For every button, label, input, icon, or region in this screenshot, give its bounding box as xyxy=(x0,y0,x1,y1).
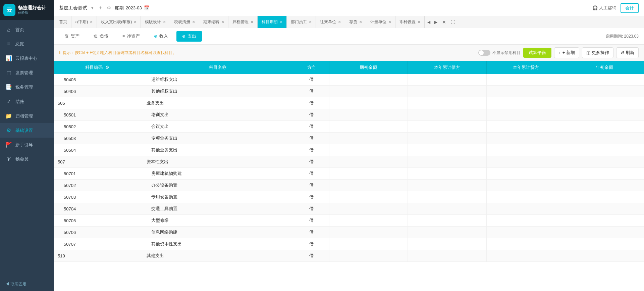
liability-icon: 负 xyxy=(94,34,98,39)
workspace-settings-icon[interactable]: ⚙ xyxy=(107,5,111,10)
table-row[interactable]: 510 其他支出 借 xyxy=(54,250,644,262)
tab-close-icon[interactable]: ✕ xyxy=(251,20,253,24)
subtab-liability[interactable]: 负 负债 xyxy=(88,31,114,42)
cell-ytd-credit xyxy=(486,86,565,97)
user-role-button[interactable]: 会计 xyxy=(621,3,639,13)
tabs-next-button[interactable]: ▶ xyxy=(433,19,439,25)
add-workspace-button[interactable]: ＋ xyxy=(98,4,103,11)
logo-icon: 云 xyxy=(3,4,15,16)
tabs-close-all-button[interactable]: ✕ xyxy=(440,19,448,26)
tab-close-icon[interactable]: ✕ xyxy=(338,20,341,24)
headset-icon: 🎧 xyxy=(592,5,598,10)
cell-direction: 借 xyxy=(294,168,329,180)
sidebar-item-archive[interactable]: 📁 归档管理 xyxy=(0,109,54,123)
cell-year-opening xyxy=(565,121,644,133)
subtab-expenditure[interactable]: ⊕ 支出 xyxy=(176,31,202,42)
cell-ytd-debit xyxy=(408,97,487,109)
table-row[interactable]: 507 资本性支出 借 xyxy=(54,156,644,168)
trial-balance-button[interactable]: 试算平衡 xyxy=(523,48,551,58)
tab-unit[interactable]: 往来单位 ✕ xyxy=(316,16,345,28)
table-row[interactable]: 50406 其他维权支出 借 xyxy=(54,86,644,97)
tab-period-end[interactable]: 期末结转 ✕ xyxy=(199,16,228,28)
tab-income[interactable]: 收入支出表(年报) ✕ xyxy=(97,16,141,28)
tabs-prev-button[interactable]: ◀ xyxy=(426,19,432,25)
cell-ytd-debit xyxy=(408,156,487,168)
sidebar: 云 畅捷通好会计 体验版 ⌂ 首页 ≡ 总账 📊 云报表中心 ◫ 发票管理 📑 … xyxy=(0,0,54,291)
tab-inventory[interactable]: 存货 ✕ xyxy=(345,16,366,28)
table-row[interactable]: 50704 交通工具购置 借 xyxy=(54,203,644,215)
tab-dept[interactable]: 部门员工 ✕ xyxy=(287,16,316,28)
tab-currency[interactable]: 币种设置 ✕ xyxy=(395,16,425,28)
sidebar-item-guide[interactable]: 🚩 新手引导 xyxy=(0,138,54,152)
tab-template[interactable]: 模版设计 ✕ xyxy=(141,16,170,28)
tab-close-icon[interactable]: ✕ xyxy=(134,20,137,24)
sidebar-item-tax[interactable]: 📑 税务管理 xyxy=(0,80,54,94)
cell-ytd-debit xyxy=(408,227,487,238)
subtab-asset[interactable]: 资 资产 xyxy=(59,31,85,42)
sidebar-item-invoice[interactable]: ◫ 发票管理 xyxy=(0,65,54,80)
tab-subject-init[interactable]: 科目期初 ✕ xyxy=(258,16,287,28)
tab-archive[interactable]: 归档管理 ✕ xyxy=(228,16,258,28)
subtab-net-asset[interactable]: ≡ 净资产 xyxy=(117,31,146,42)
refresh-button[interactable]: ↺ 刷新 xyxy=(616,47,639,58)
tab-close-icon[interactable]: ✕ xyxy=(388,20,391,24)
sidebar-item-settings[interactable]: ⚙ 基础设置 xyxy=(0,123,54,138)
sidebar-item-report[interactable]: 📊 云报表中心 xyxy=(0,51,54,65)
table-row[interactable]: 50502 会议支出 借 xyxy=(54,121,644,133)
archive-icon: 📁 xyxy=(5,113,12,119)
sidebar-item-ledger[interactable]: ≡ 总账 xyxy=(0,37,54,51)
cell-opening-balance xyxy=(329,180,408,191)
tab-close-icon[interactable]: ✕ xyxy=(163,20,166,24)
table-row[interactable]: 50706 信息网络购建 借 xyxy=(54,227,644,238)
table-row[interactable]: 50705 大型修缮 借 xyxy=(54,215,644,227)
sidebar-item-member[interactable]: V 畅会员 xyxy=(0,152,54,166)
table-row[interactable]: 505 业务支出 借 xyxy=(54,97,644,109)
tab-close-icon[interactable]: ✕ xyxy=(418,20,420,24)
cell-code: 50706 xyxy=(54,227,141,238)
title-dropdown-icon[interactable]: ▾ xyxy=(91,5,94,10)
cell-opening-balance xyxy=(329,227,408,238)
tab-home[interactable]: 首页 xyxy=(55,16,71,28)
tab-close-icon[interactable]: ✕ xyxy=(192,20,195,24)
subtabs-bar: 资 资产 负 负债 ≡ 净资产 ⊕ 收入 ⊕ 支出 启用期间: 2023.03 xyxy=(54,28,644,45)
cell-opening-balance xyxy=(329,238,408,250)
table-row[interactable]: 50701 房屋建筑物购建 借 xyxy=(54,168,644,180)
column-settings-icon[interactable]: ⚙ xyxy=(105,65,109,70)
cell-direction: 借 xyxy=(294,238,329,250)
tabs-expand-button[interactable]: ⛶ xyxy=(449,19,456,25)
cell-code: 50405 xyxy=(54,74,141,86)
toolbar-right: 不显示禁用科目 试算平衡 + + 新增 ◫ 更多操作 ↺ 刷新 xyxy=(478,47,639,58)
sidebar-pin-toggle[interactable]: ◀ 取消固定 xyxy=(0,277,54,291)
tab-close-icon[interactable]: ✕ xyxy=(309,20,312,24)
tab-unit-measure[interactable]: 计量单位 ✕ xyxy=(366,16,395,28)
table-row[interactable]: 50405 运维维权支出 借 xyxy=(54,74,644,86)
table-row[interactable]: 50707 其他资本性支出 借 xyxy=(54,238,644,250)
tab-tax[interactable]: 税表清册 ✕ xyxy=(170,16,199,28)
toggle-track[interactable] xyxy=(478,50,490,56)
tab-interim[interactable]: ε(中期) ✕ xyxy=(71,16,97,28)
add-button[interactable]: + + 新增 xyxy=(554,47,579,58)
tab-close-icon[interactable]: ✕ xyxy=(90,20,93,24)
cell-ytd-credit xyxy=(486,250,565,262)
table-row[interactable]: 50501 培训支出 借 xyxy=(54,109,644,121)
sidebar-item-home[interactable]: ⌂ 首页 xyxy=(0,23,54,37)
cell-opening-balance xyxy=(329,86,408,97)
table-row[interactable]: 50702 办公设备购置 借 xyxy=(54,180,644,191)
help-button[interactable]: 🎧 人工咨询 xyxy=(592,5,616,11)
tab-close-icon[interactable]: ✕ xyxy=(359,20,362,24)
cell-code: 50503 xyxy=(54,133,141,144)
cell-ytd-debit xyxy=(408,168,487,180)
table-row[interactable]: 50503 专项业务支出 借 xyxy=(54,133,644,144)
cell-year-opening xyxy=(565,191,644,203)
table-row[interactable]: 50703 专用设备购置 借 xyxy=(54,191,644,203)
period-info: 启用期间: 2023.03 xyxy=(606,34,639,39)
more-actions-button[interactable]: ◫ 更多操作 xyxy=(582,47,613,58)
table-row[interactable]: 50504 其他业务支出 借 xyxy=(54,144,644,156)
tab-close-icon[interactable]: ✕ xyxy=(280,20,282,24)
sidebar-item-close[interactable]: ✓ 结账 xyxy=(0,94,54,109)
calendar-icon[interactable]: 📅 xyxy=(144,5,149,10)
cell-year-opening xyxy=(565,180,644,191)
subtab-income[interactable]: ⊕ 收入 xyxy=(148,31,174,42)
disable-toggle[interactable]: 不显示禁用科目 xyxy=(478,50,521,56)
tab-close-icon[interactable]: ✕ xyxy=(221,20,224,24)
